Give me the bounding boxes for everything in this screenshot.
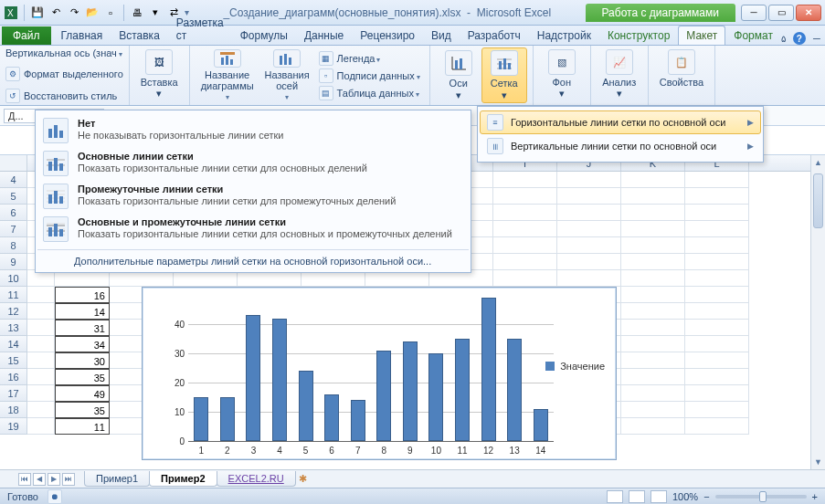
cell[interactable] bbox=[557, 254, 621, 270]
row-header[interactable]: 18 bbox=[0, 402, 27, 418]
cell[interactable]: 35 bbox=[55, 402, 110, 418]
chart-bar[interactable] bbox=[194, 397, 208, 441]
cell[interactable] bbox=[685, 205, 749, 221]
row-header[interactable]: 14 bbox=[0, 336, 27, 352]
axis-titles-button[interactable]: Названия осей▾ bbox=[259, 47, 315, 103]
menu-more-options[interactable]: Дополнительные параметры линий сетки на … bbox=[37, 249, 469, 268]
tab-review[interactable]: Рецензиро bbox=[352, 26, 423, 45]
chart-bar[interactable] bbox=[403, 341, 418, 441]
new-sheet-icon[interactable]: ✱ bbox=[299, 473, 307, 485]
menu-item-major-minor[interactable]: Основные и промежуточные линии сеткиПока… bbox=[37, 213, 469, 246]
chart-bar[interactable] bbox=[455, 339, 470, 441]
minimize-button[interactable]: ─ bbox=[741, 5, 767, 21]
tab-addins[interactable]: Надстройк bbox=[529, 26, 599, 45]
cell[interactable] bbox=[493, 221, 557, 237]
row-header[interactable]: 13 bbox=[0, 320, 27, 336]
chart-bar[interactable] bbox=[220, 397, 235, 441]
cell[interactable]: 35 bbox=[55, 369, 110, 385]
menu-item-minor[interactable]: Промежуточные линии сеткиПоказать горизо… bbox=[37, 180, 469, 213]
zoom-in-button[interactable]: + bbox=[812, 491, 818, 502]
cell[interactable] bbox=[685, 254, 749, 270]
file-tab[interactable]: Файл bbox=[2, 26, 51, 45]
cell[interactable] bbox=[621, 303, 685, 320]
cell[interactable] bbox=[685, 402, 749, 418]
chart-bar[interactable] bbox=[272, 319, 287, 441]
zoom-thumb[interactable] bbox=[759, 491, 767, 502]
help-icon[interactable]: ? bbox=[793, 32, 806, 45]
row-header[interactable]: 19 bbox=[0, 418, 27, 435]
cell[interactable] bbox=[685, 270, 749, 287]
cell[interactable] bbox=[621, 369, 685, 385]
cell[interactable] bbox=[557, 205, 621, 221]
chart-bar[interactable] bbox=[507, 339, 522, 441]
cell[interactable] bbox=[621, 205, 685, 221]
cell[interactable] bbox=[557, 221, 621, 237]
view-page-break-button[interactable] bbox=[650, 490, 667, 503]
macro-record-icon[interactable]: ⏺ bbox=[48, 489, 62, 504]
cell[interactable] bbox=[27, 336, 55, 352]
row-header[interactable]: 9 bbox=[0, 254, 27, 270]
row-header[interactable]: 11 bbox=[0, 287, 27, 303]
tab-formulas[interactable]: Формулы bbox=[232, 26, 296, 45]
row-header[interactable]: 4 bbox=[0, 172, 27, 188]
sheet-nav-next-icon[interactable]: ▶ bbox=[48, 473, 60, 486]
analysis-button[interactable]: 📈 Анализ▾ bbox=[597, 47, 642, 100]
chart-bar[interactable] bbox=[481, 298, 496, 441]
tab-ctx-format[interactable]: Формат bbox=[725, 26, 781, 45]
cell[interactable] bbox=[493, 270, 557, 287]
cell[interactable] bbox=[685, 385, 749, 402]
cell[interactable] bbox=[557, 270, 621, 287]
cell[interactable] bbox=[621, 336, 685, 352]
sheet-tab[interactable]: EXCEL2.RU bbox=[217, 471, 296, 487]
chart-object[interactable]: 0102030401234567891011121314 Значение bbox=[142, 287, 617, 460]
cell[interactable] bbox=[685, 369, 749, 385]
cell[interactable] bbox=[621, 221, 685, 237]
redo-icon[interactable]: ↷ bbox=[67, 5, 81, 20]
cell[interactable] bbox=[27, 385, 55, 402]
ribbon-minimize-icon[interactable]: ۵ bbox=[781, 34, 786, 44]
tab-layout[interactable]: Разметка ст bbox=[168, 14, 232, 45]
sheet-nav-last-icon[interactable]: ⏭ bbox=[62, 473, 75, 486]
view-page-layout-button[interactable] bbox=[629, 490, 645, 503]
undo-icon[interactable]: ↶ bbox=[48, 5, 63, 20]
row-header[interactable]: 6 bbox=[0, 205, 27, 221]
cell[interactable] bbox=[493, 172, 557, 188]
row-header[interactable]: 12 bbox=[0, 303, 27, 320]
cell[interactable] bbox=[621, 385, 685, 402]
zoom-level[interactable]: 100% bbox=[672, 491, 698, 502]
cell[interactable] bbox=[621, 270, 685, 287]
row-header[interactable]: 10 bbox=[0, 270, 27, 287]
sheet-tab[interactable]: Пример1 bbox=[84, 471, 150, 487]
chart-bar[interactable] bbox=[534, 409, 548, 441]
chart-bar[interactable] bbox=[351, 400, 365, 441]
tab-ctx-design[interactable]: Конструктор bbox=[599, 26, 678, 45]
data-table-button[interactable]: Таблица данных bbox=[337, 88, 419, 99]
cell[interactable] bbox=[27, 369, 55, 385]
cell[interactable] bbox=[493, 188, 557, 205]
chart-bar[interactable] bbox=[376, 351, 391, 441]
cell[interactable]: 31 bbox=[55, 320, 110, 336]
cell[interactable] bbox=[685, 221, 749, 237]
scroll-up-icon[interactable]: ▲ bbox=[811, 155, 825, 170]
insert-button[interactable]: 🖼 Вставка▾ bbox=[135, 47, 184, 100]
zoom-slider[interactable] bbox=[715, 495, 807, 499]
menu-item-none[interactable]: НетНе показывать горизонтальные линии се… bbox=[37, 114, 469, 147]
cell[interactable] bbox=[493, 237, 557, 254]
row-header[interactable]: 15 bbox=[0, 352, 27, 369]
cell[interactable] bbox=[493, 254, 557, 270]
row-header[interactable]: 5 bbox=[0, 188, 27, 205]
chart-element-selector[interactable]: Вертикальная ось (знач bbox=[5, 47, 122, 58]
tab-ctx-layout[interactable]: Макет bbox=[678, 26, 725, 45]
tab-data[interactable]: Данные bbox=[296, 26, 352, 45]
data-labels-button[interactable]: Подписи данных bbox=[337, 70, 420, 81]
open-icon[interactable]: 📂 bbox=[85, 5, 100, 20]
tab-view[interactable]: Вид bbox=[423, 26, 460, 45]
gridlines-button[interactable]: Сетка▾ bbox=[481, 47, 527, 103]
chart-bar[interactable] bbox=[246, 315, 260, 441]
cell[interactable]: 34 bbox=[55, 336, 110, 352]
cell[interactable] bbox=[685, 172, 749, 188]
tab-home[interactable]: Главная bbox=[53, 26, 111, 45]
cell[interactable] bbox=[27, 418, 55, 435]
menu-item-major[interactable]: Основные линии сеткиПоказать горизонталь… bbox=[37, 147, 469, 180]
submenu-item-vertical-gridlines[interactable]: ⫼ Вертикальные линии сетки по основной о… bbox=[480, 134, 761, 158]
